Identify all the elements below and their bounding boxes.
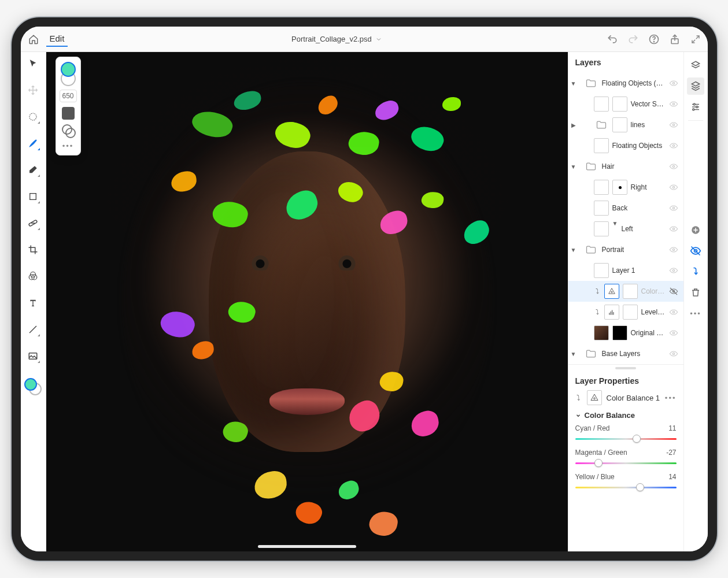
layer-name: Floating Objects (612, 142, 665, 150)
slider-thumb[interactable] (636, 483, 644, 491)
caret-right-icon[interactable]: ▶ (571, 122, 577, 128)
properties-section-header[interactable]: Color Balance (575, 411, 677, 420)
tool-place-image[interactable] (25, 348, 41, 364)
svg-point-6 (32, 223, 32, 223)
caret-down-icon[interactable]: ▼ (612, 220, 618, 227)
slider-track[interactable] (575, 459, 677, 467)
visibility-button[interactable] (668, 224, 679, 234)
layer-row[interactable]: Original Portr… (568, 323, 683, 343)
caret-down-icon[interactable]: ▼ (571, 164, 577, 170)
dock-visibility-button[interactable] (687, 242, 704, 260)
home-button[interactable] (27, 32, 40, 46)
type-icon (28, 298, 38, 307)
bandage-icon (28, 218, 38, 228)
chevron-down-icon[interactable] (375, 36, 382, 43)
visibility-button[interactable] (668, 349, 679, 359)
layer-row[interactable]: Layer 1 (568, 260, 683, 281)
brush-more-button[interactable]: ••• (62, 142, 74, 150)
tool-type[interactable] (25, 295, 41, 311)
layer-properties-more-button[interactable]: ••• (665, 394, 677, 402)
brush-color-pair[interactable] (59, 62, 77, 85)
layer-row[interactable]: Back (568, 198, 683, 218)
visibility-button[interactable] (668, 78, 679, 88)
brush-hardness-swatch[interactable] (62, 107, 75, 120)
tool-brush[interactable] (25, 135, 41, 151)
layer-row[interactable]: ▼Left (568, 218, 683, 239)
panel-drag-handle[interactable] (615, 367, 636, 369)
visibility-button[interactable] (668, 120, 679, 130)
tool-shape[interactable] (25, 321, 41, 338)
brush-fg-color[interactable] (61, 62, 76, 77)
layer-properties-title: Layer Properties (575, 376, 677, 386)
layer-row[interactable]: Right (568, 177, 683, 198)
visibility-button[interactable] (668, 265, 679, 276)
layer-thumb (594, 221, 609, 236)
undo-button[interactable] (606, 33, 619, 46)
visibility-button[interactable] (668, 99, 679, 109)
dock-delete-button[interactable] (687, 284, 704, 301)
folder-icon (583, 76, 598, 91)
tool-crop[interactable] (25, 242, 41, 258)
layer-name: Levels 1 (641, 308, 665, 316)
caret-down-icon[interactable]: ▼ (571, 351, 577, 357)
layer-row[interactable]: Floating Objects (568, 135, 683, 156)
visibility-button[interactable] (668, 307, 679, 317)
dock-add-layer-button[interactable] (687, 221, 704, 239)
color-balance-slider[interactable]: Magenta / Green-27 (575, 449, 677, 467)
color-balance-slider[interactable]: Yellow / Blue14 (575, 473, 677, 491)
visibility-button[interactable] (668, 244, 679, 255)
visibility-button[interactable] (668, 161, 679, 172)
help-button[interactable] (648, 33, 660, 46)
layers-detail-icon (690, 81, 701, 91)
adjustment-thumb[interactable] (587, 390, 602, 405)
brush-size-value[interactable]: 650 (60, 90, 77, 102)
visibility-button[interactable] (668, 203, 679, 213)
visibility-button[interactable] (668, 328, 679, 338)
svg-point-18 (672, 186, 674, 188)
layer-name: Hair (602, 162, 665, 171)
slider-track[interactable] (575, 435, 677, 443)
svg-point-23 (611, 291, 612, 292)
visibility-button[interactable] (668, 140, 679, 151)
caret-down-icon[interactable]: ▼ (571, 80, 577, 87)
layer-row[interactable]: ▶lines (568, 114, 683, 135)
tool-transform[interactable] (25, 82, 41, 98)
layer-row[interactable]: Vector Smart Object (568, 94, 683, 114)
dock-properties-button[interactable] (687, 98, 704, 116)
fullscreen-button[interactable] (689, 33, 702, 46)
color-balance-slider[interactable]: Cyan / Red11 (575, 424, 677, 443)
tool-move-select[interactable] (25, 55, 41, 72)
layer-row[interactable]: ▼Portrait (568, 239, 683, 260)
slider-thumb[interactable] (633, 435, 641, 443)
tool-adjustments[interactable] (25, 268, 41, 284)
brush-blend-icon[interactable] (62, 124, 75, 137)
tool-heal[interactable] (25, 215, 41, 231)
canvas[interactable] (46, 52, 568, 551)
svg-point-17 (672, 165, 674, 167)
dock-clip-button[interactable]: ⤵ (687, 263, 704, 280)
dock-more-button[interactable]: ••• (687, 305, 704, 322)
foreground-color-chip[interactable] (24, 378, 37, 391)
tool-lasso[interactable] (25, 109, 41, 125)
tool-eraser[interactable] (25, 162, 41, 178)
svg-point-19 (672, 207, 674, 209)
layer-row[interactable]: ⤵Color Balan… (568, 281, 683, 302)
slider-track[interactable] (575, 483, 677, 491)
slider-value: 14 (668, 473, 676, 481)
visibility-off-button[interactable] (668, 286, 679, 297)
dock-layers-compact-button[interactable] (687, 57, 704, 74)
dock-layers-detail-button[interactable] (687, 77, 704, 95)
layer-row[interactable]: ▼Base Layers (568, 343, 683, 364)
color-swatches[interactable] (24, 378, 42, 395)
tool-fill[interactable] (25, 188, 41, 205)
mode-tab-edit[interactable]: Edit (46, 31, 68, 47)
visibility-button[interactable] (668, 182, 679, 192)
layer-row[interactable]: ▼Hair (568, 156, 683, 177)
layers-list[interactable]: ▼Floating Objects (always solid color)Ve… (568, 73, 683, 365)
slider-thumb[interactable] (594, 459, 603, 467)
layer-row[interactable]: ⤵Levels 1 (568, 302, 683, 323)
caret-down-icon[interactable]: ▼ (571, 247, 577, 253)
share-button[interactable] (668, 33, 681, 46)
layer-row[interactable]: ▼Floating Objects (always solid color) (568, 73, 683, 94)
redo-button[interactable] (627, 33, 640, 46)
